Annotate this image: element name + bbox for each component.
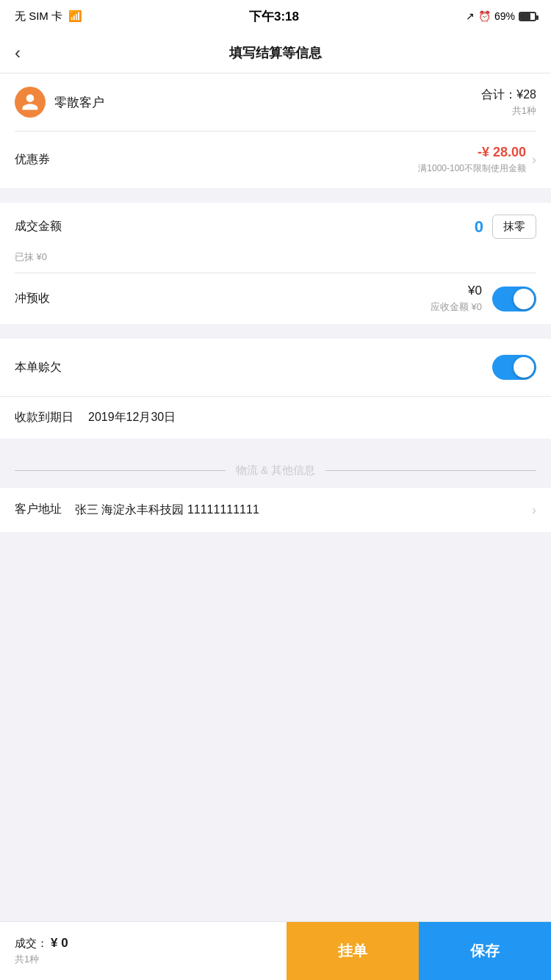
wifi-icon: 📶 — [68, 10, 82, 23]
coupon-desc: 满1000-100不限制使用金额 — [418, 162, 526, 175]
coupon-right: -¥ 28.00 满1000-100不限制使用金额 › — [418, 145, 536, 175]
section-gap-6 — [0, 547, 551, 554]
coupon-row[interactable]: 优惠券 -¥ 28.00 满1000-100不限制使用金额 › — [0, 131, 551, 188]
section-gap-8 — [0, 561, 551, 569]
customer-card: 零散客户 合计：¥28 共1种 优惠券 -¥ 28.00 满1000-100不限… — [0, 73, 551, 188]
content-area: 零散客户 合计：¥28 共1种 优惠券 -¥ 28.00 满1000-100不限… — [0, 73, 551, 738]
pending-button[interactable]: 挂单 — [287, 922, 419, 981]
section-gap-14 — [0, 605, 551, 613]
address-chevron-icon: › — [532, 502, 536, 518]
section-gap-16 — [0, 620, 551, 627]
customer-right: 合计：¥28 共1种 — [481, 87, 536, 118]
status-time: 下午3:18 — [249, 8, 299, 25]
deal-amount-label: 成交金额 — [15, 219, 62, 234]
address-row[interactable]: 客户地址 张三 海淀永丰科技园 11111111111 › — [0, 488, 551, 532]
section-gap-4 — [0, 532, 551, 539]
battery-percent: 69% — [494, 10, 515, 22]
section-gap-19 — [0, 642, 551, 649]
section-gap-2 — [0, 331, 551, 339]
logistics-line-left — [15, 470, 226, 471]
coupon-label: 优惠券 — [15, 152, 50, 167]
section-gap-10 — [0, 576, 551, 583]
prepay-row: 冲预收 ¥0 应收金额 ¥0 — [0, 273, 551, 324]
prepay-value-block: ¥0 应收金额 ¥0 — [431, 284, 482, 314]
deal-amount-card: 成交金额 0 抹零 已抹 ¥0 冲预收 ¥0 应收金额 ¥0 — [0, 203, 551, 324]
address-value: 张三 海淀永丰科技园 11111111111 — [75, 501, 259, 519]
customer-row: 零散客户 合计：¥28 共1种 — [0, 73, 551, 131]
section-gap-1 — [0, 195, 551, 203]
duedate-label: 收款到期日 — [15, 410, 73, 425]
logistics-header: 物流 & 其他信息 — [0, 453, 551, 488]
logistics-label: 物流 & 其他信息 — [226, 464, 325, 478]
bottom-deal-text: 成交： — [15, 937, 48, 949]
bottom-info: 成交：¥ 0 共1种 — [0, 936, 287, 966]
user-icon — [21, 93, 40, 112]
coupon-value-block: -¥ 28.00 满1000-100不限制使用金额 — [418, 145, 526, 175]
section-gap-22 — [0, 664, 551, 671]
credit-toggle-knob — [514, 357, 534, 378]
total-amount: 合计：¥28 — [481, 87, 536, 103]
section-gap-7 — [0, 554, 551, 561]
address-label: 客户地址 — [15, 501, 62, 517]
section-gap-9 — [0, 569, 551, 576]
status-right: ↗ ⏰ 69% — [466, 10, 536, 22]
bottom-deal-amount: ¥ 0 — [51, 936, 68, 950]
bottom-count: 共1种 — [15, 953, 272, 966]
location-icon: ↗ — [466, 10, 475, 22]
duedate-row: 收款到期日 2019年12月30日 — [0, 396, 551, 439]
section-gap-17 — [0, 627, 551, 635]
avatar — [15, 87, 46, 118]
section-gap-11 — [0, 583, 551, 591]
prepay-sub: 应收金额 ¥0 — [431, 300, 482, 314]
deal-right: 0 抹零 — [475, 215, 536, 239]
page-title: 填写结算等信息 — [229, 44, 322, 62]
deal-value: 0 — [475, 217, 483, 237]
nav-bar: ‹ 填写结算等信息 — [0, 32, 551, 73]
credit-toggle[interactable] — [492, 355, 536, 380]
round-zero-button[interactable]: 抹零 — [492, 215, 536, 239]
section-gap-3 — [0, 446, 551, 453]
prepay-toggle[interactable] — [492, 287, 536, 311]
credit-row: 本单赊欠 — [0, 339, 551, 396]
prepay-right: ¥0 应收金额 ¥0 — [431, 284, 536, 314]
prepay-label: 冲预收 — [15, 291, 50, 306]
status-left: 无 SIM 卡 📶 — [15, 10, 82, 24]
customer-left: 零散客户 — [15, 87, 104, 118]
deal-amount-row: 成交金额 0 抹零 — [0, 203, 551, 251]
section-gap-12 — [0, 591, 551, 598]
bottom-deal-label: 成交：¥ 0 — [15, 936, 272, 951]
status-bar: 无 SIM 卡 📶 下午3:18 ↗ ⏰ 69% — [0, 0, 551, 32]
section-gap-20 — [0, 649, 551, 657]
logistics-line-right — [325, 470, 536, 471]
battery-icon — [519, 12, 536, 21]
total-count: 共1种 — [481, 104, 536, 118]
coupon-discount: -¥ 28.00 — [418, 145, 526, 160]
carrier-label: 无 SIM 卡 — [15, 10, 62, 24]
credit-label: 本单赊欠 — [15, 360, 62, 375]
back-button[interactable]: ‹ — [15, 43, 21, 63]
section-gap-18 — [0, 635, 551, 642]
toggle-knob — [514, 289, 534, 309]
save-button[interactable]: 保存 — [419, 922, 551, 981]
section-gap-21 — [0, 657, 551, 664]
chevron-right-icon: › — [532, 152, 536, 167]
deal-sub: 已抹 ¥0 — [0, 251, 551, 273]
credit-card: 本单赊欠 收款到期日 2019年12月30日 — [0, 339, 551, 439]
bottom-bar: 成交：¥ 0 共1种 挂单 保存 — [0, 921, 551, 980]
prepay-amount: ¥0 — [431, 284, 482, 298]
section-gap-5 — [0, 539, 551, 547]
section-gap-13 — [0, 598, 551, 605]
alarm-icon: ⏰ — [478, 10, 491, 22]
address-left: 客户地址 张三 海淀永丰科技园 11111111111 — [15, 501, 259, 519]
section-gap-15 — [0, 613, 551, 620]
duedate-value: 2019年12月30日 — [88, 410, 176, 425]
customer-name: 零散客户 — [54, 94, 104, 111]
